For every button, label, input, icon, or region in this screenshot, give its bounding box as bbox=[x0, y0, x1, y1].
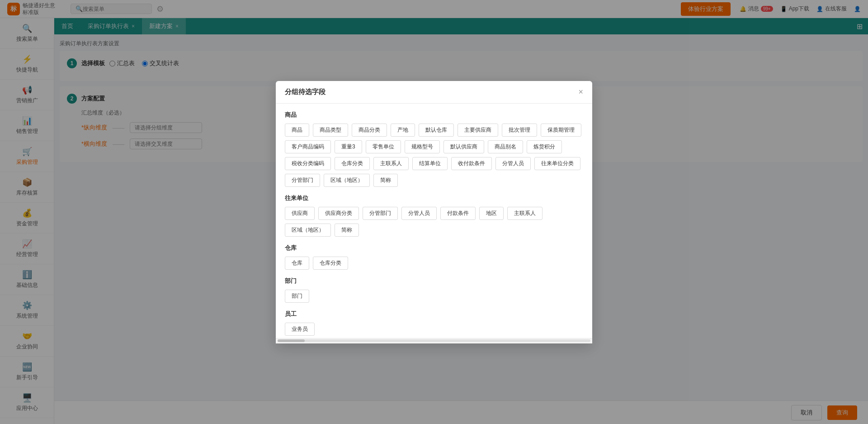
tag-points[interactable]: 炼货积分 bbox=[527, 140, 562, 153]
tag-origin[interactable]: 产地 bbox=[391, 124, 415, 137]
modal-close-button[interactable]: × bbox=[578, 87, 583, 97]
tag-main-contact[interactable]: 主联系人 bbox=[373, 157, 409, 170]
partner-tags: 供应商 供应商分类 分管部门 分管人员 付款条件 地区 主联系人 区域（地区） … bbox=[285, 207, 583, 237]
modal-title: 分组待选字段 bbox=[285, 88, 326, 96]
tag-payment-terms[interactable]: 收付款条件 bbox=[451, 157, 492, 170]
tag-shelf-life[interactable]: 保质期管理 bbox=[541, 124, 581, 137]
modal-body: 商品 商品 商品类型 商品分类 产地 默认仓库 主要供应商 批次管理 保质期管理… bbox=[276, 104, 592, 338]
group-title-employee: 员工 bbox=[285, 310, 583, 318]
tag-supplier[interactable]: 供应商 bbox=[285, 207, 315, 220]
tag-product-type[interactable]: 商品类型 bbox=[313, 124, 348, 137]
field-group-warehouse: 仓库 仓库 仓库分类 bbox=[285, 244, 583, 270]
tag-main-supplier[interactable]: 主要供应商 bbox=[458, 124, 498, 137]
modal-overlay: 分组待选字段 × 商品 商品 商品类型 商品分类 产地 默认仓库 主要供应商 批… bbox=[0, 0, 868, 424]
tag-warehouse-category[interactable]: 仓库分类 bbox=[335, 157, 370, 170]
tag-product-alias[interactable]: 商品别名 bbox=[488, 140, 523, 153]
tag-partner-abbr[interactable]: 简称 bbox=[335, 224, 359, 237]
tag-partner-contact[interactable]: 主联系人 bbox=[507, 207, 542, 220]
group-title-warehouse: 仓库 bbox=[285, 244, 583, 252]
tag-customer-code[interactable]: 客户商品编码 bbox=[285, 140, 331, 153]
field-group-partner: 往来单位 供应商 供应商分类 分管部门 分管人员 付款条件 地区 主联系人 区域… bbox=[285, 194, 583, 237]
tag-department[interactable]: 部门 bbox=[285, 290, 309, 303]
tag-abbr[interactable]: 简称 bbox=[373, 174, 398, 187]
tag-product-category[interactable]: 商品分类 bbox=[352, 124, 387, 137]
tag-partner-area[interactable]: 地区 bbox=[479, 207, 504, 220]
employee-tags: 业务员 bbox=[285, 323, 583, 336]
tag-partner-supervisor[interactable]: 分管人员 bbox=[401, 207, 437, 220]
group-title-partner: 往来单位 bbox=[285, 194, 583, 202]
field-group-dept: 部门 部门 bbox=[285, 277, 583, 303]
field-group-employee: 员工 业务员 bbox=[285, 310, 583, 336]
tag-weight3[interactable]: 重量3 bbox=[335, 140, 362, 153]
tag-salesperson[interactable]: 业务员 bbox=[285, 323, 315, 336]
warehouse-tags: 仓库 仓库分类 bbox=[285, 257, 583, 270]
tag-supervisor[interactable]: 分管人员 bbox=[495, 157, 531, 170]
tag-warehouse-cat[interactable]: 仓库分类 bbox=[313, 257, 348, 270]
group-title-product: 商品 bbox=[285, 111, 583, 119]
tag-settlement-unit[interactable]: 结算单位 bbox=[412, 157, 448, 170]
tag-tax-code[interactable]: 税收分类编码 bbox=[285, 157, 331, 170]
tag-partner-category[interactable]: 往来单位分类 bbox=[534, 157, 580, 170]
product-tags: 商品 商品类型 商品分类 产地 默认仓库 主要供应商 批次管理 保质期管理 客户… bbox=[285, 124, 583, 187]
tag-supplier-category[interactable]: 供应商分类 bbox=[318, 207, 359, 220]
tag-region[interactable]: 区域（地区） bbox=[324, 174, 370, 187]
tag-batch-mgmt[interactable]: 批次管理 bbox=[502, 124, 537, 137]
tag-dept[interactable]: 分管部门 bbox=[285, 174, 320, 187]
field-group-product: 商品 商品 商品类型 商品分类 产地 默认仓库 主要供应商 批次管理 保质期管理… bbox=[285, 111, 583, 187]
tag-product[interactable]: 商品 bbox=[285, 124, 309, 137]
dept-tags: 部门 bbox=[285, 290, 583, 303]
tag-warehouse[interactable]: 仓库 bbox=[285, 257, 309, 270]
tag-default-supplier[interactable]: 默认供应商 bbox=[443, 140, 484, 153]
tag-default-warehouse[interactable]: 默认仓库 bbox=[419, 124, 454, 137]
tag-partner-dept[interactable]: 分管部门 bbox=[363, 207, 398, 220]
tag-partner-region[interactable]: 区域（地区） bbox=[285, 224, 331, 237]
tag-retail-unit[interactable]: 零售单位 bbox=[366, 140, 401, 153]
modal-header: 分组待选字段 × bbox=[276, 81, 592, 104]
modal-horizontal-scrollbar[interactable] bbox=[276, 338, 592, 343]
group-title-dept: 部门 bbox=[285, 277, 583, 285]
field-select-modal: 分组待选字段 × 商品 商品 商品类型 商品分类 产地 默认仓库 主要供应商 批… bbox=[276, 81, 592, 343]
tag-spec-model[interactable]: 规格型号 bbox=[405, 140, 440, 153]
tag-partner-payment[interactable]: 付款条件 bbox=[440, 207, 476, 220]
